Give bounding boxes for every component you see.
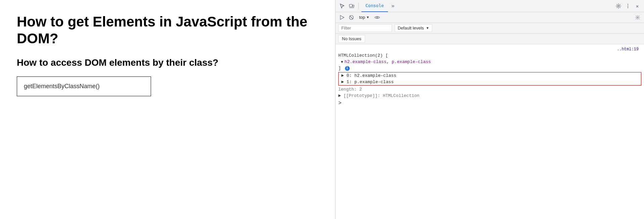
console-output-area: ..html:19 HTMLCollection(2) [ ► h2.examp… [336, 44, 644, 219]
item-0-line[interactable]: ► 0: h2.example-class [339, 72, 641, 79]
source-ref: ..html:19 [617, 47, 641, 52]
svg-point-10 [377, 17, 378, 18]
svg-rect-0 [349, 4, 352, 7]
clear-console-icon[interactable] [348, 14, 355, 21]
item-1-label: 1: p.example-class [347, 79, 394, 85]
svg-point-11 [637, 17, 638, 18]
item-0-label: 0: h2.example-class [347, 73, 396, 78]
highlighted-items-box: ► 0: h2.example-class ► 1: p.example-cla… [338, 72, 641, 86]
devtools-top-toolbar: Console » ✕ [336, 0, 644, 12]
webpage-panel: How to get Elements in JavaScript from t… [0, 0, 335, 219]
prototype-label: [[Prototype]]: HTMLCollection [344, 93, 419, 98]
run-script-icon[interactable] [338, 14, 346, 21]
h2-element-link[interactable]: h2.example-class [345, 59, 387, 64]
prototype-line[interactable]: ► [[Prototype]]: HTMLCollection [336, 93, 644, 99]
svg-marker-7 [340, 15, 344, 19]
context-selector-dropdown[interactable]: top ▼ [357, 14, 371, 20]
length-label: length: 2 [338, 87, 362, 92]
tab-overflow-button[interactable]: » [389, 3, 397, 9]
inspect-element-icon[interactable] [338, 2, 346, 10]
svg-rect-1 [353, 5, 354, 7]
tab-console[interactable]: Console [361, 0, 388, 12]
console-settings-icon[interactable] [634, 14, 641, 21]
page-subtitle: How to access DOM elements by their clas… [17, 57, 318, 68]
filter-input[interactable] [338, 24, 392, 32]
more-options-icon[interactable] [624, 2, 632, 10]
p-element-link[interactable]: p.example-class [392, 59, 431, 64]
svg-point-3 [618, 5, 620, 7]
prototype-triangle[interactable]: ► [338, 93, 344, 98]
page-title: How to get Elements in JavaScript from t… [17, 13, 318, 47]
item-1-line[interactable]: ► 1: p.example-class [339, 79, 641, 85]
length-line: length: 2 [336, 86, 644, 93]
svg-point-5 [628, 5, 628, 6]
console-secondary-toolbar: top ▼ [336, 12, 644, 23]
code-box: getElementsByClassName() [17, 76, 151, 96]
devtools-panel: Console » ✕ [335, 0, 644, 219]
source-ref-line: ..html:19 [336, 47, 644, 52]
no-issues-row: No Issues [336, 34, 644, 44]
live-expressions-icon[interactable] [374, 14, 381, 21]
item-0-triangle[interactable]: ► [341, 73, 347, 78]
svg-point-6 [628, 7, 628, 8]
svg-line-9 [350, 16, 353, 19]
toolbar-right-icons: ✕ [614, 2, 641, 10]
toolbar-divider [358, 3, 359, 9]
console-prompt[interactable]: > [336, 99, 644, 108]
collection-items-line[interactable]: ► h2.example-class , p.example-class [336, 59, 644, 65]
collapse-triangle[interactable]: ► [340, 61, 344, 63]
svg-point-4 [628, 4, 628, 4]
close-devtools-icon[interactable]: ✕ [633, 2, 641, 10]
settings-icon[interactable] [614, 2, 623, 10]
info-icon[interactable]: i [345, 66, 350, 71]
no-issues-button[interactable]: No Issues [338, 35, 365, 43]
device-toggle-icon[interactable] [348, 2, 356, 10]
default-levels-button[interactable]: Default levels ▼ [395, 24, 432, 32]
filter-row: Default levels ▼ [336, 23, 644, 34]
html-collection-line: HTMLCollection(2) [ [336, 52, 644, 59]
item-1-triangle[interactable]: ► [341, 79, 347, 85]
closing-bracket-line: ] i [336, 65, 644, 71]
